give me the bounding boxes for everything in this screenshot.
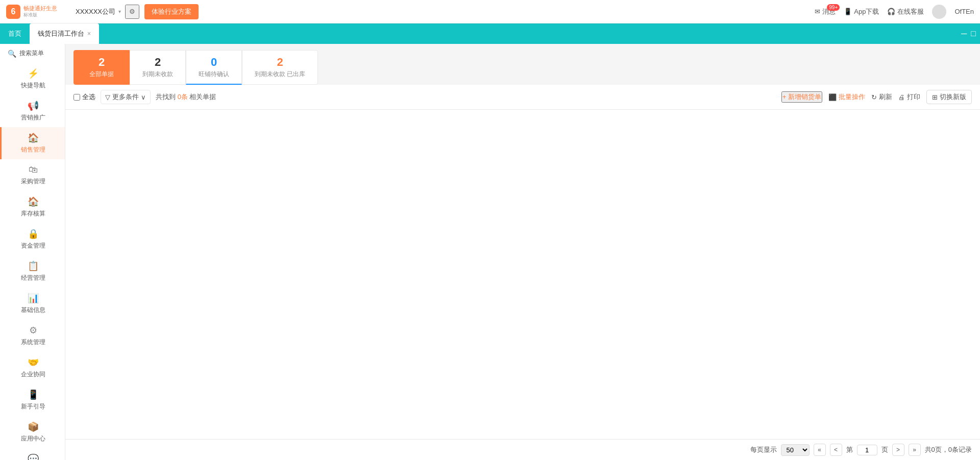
company-selector[interactable]: XXXXXX公司 ▾ bbox=[76, 7, 121, 16]
sidebar-item-sales-label: 销售管理 bbox=[21, 146, 45, 154]
total-label: 共0页，0条记录 bbox=[925, 445, 972, 454]
app-center-icon: 📦 bbox=[28, 421, 39, 432]
table-area bbox=[65, 110, 980, 439]
minimize-icon[interactable]: ─ bbox=[961, 29, 967, 38]
home-tab-label: 首页 bbox=[8, 29, 21, 38]
maximize-icon[interactable]: □ bbox=[971, 29, 976, 38]
print-button[interactable]: 🖨 打印 bbox=[898, 92, 920, 102]
sidebar-item-sales[interactable]: 🏠 销售管理 bbox=[0, 127, 65, 159]
found-count: 0条 bbox=[178, 93, 188, 101]
nav-tabs-right: ─ □ bbox=[961, 29, 980, 38]
sidebar-item-beginner-label: 新手引导 bbox=[21, 402, 45, 411]
stat-label-wangpu: 旺铺待确认 bbox=[199, 70, 229, 79]
sales-icon: 🏠 bbox=[28, 132, 39, 143]
beginner-icon: 📱 bbox=[28, 389, 39, 400]
sidebar-item-inventory-label: 库存核算 bbox=[21, 209, 45, 218]
main-layout: 🔍 搜索菜单 ⚡ 快捷导航 📢 营销推广 🏠 销售管理 🛍 采购管理 🏠 库存核… bbox=[0, 44, 980, 460]
sidebar-search[interactable]: 🔍 搜索菜单 bbox=[0, 44, 65, 63]
avatar[interactable] bbox=[932, 5, 946, 19]
batch-operation-button[interactable]: ⬛ 批量操作 bbox=[828, 92, 865, 102]
online-service-button[interactable]: 🎧 在线客服 bbox=[887, 7, 924, 16]
switch-version-button[interactable]: ⊞ 切换新版 bbox=[926, 90, 972, 104]
sidebar-item-system[interactable]: ⚙ 系统管理 bbox=[0, 320, 65, 352]
logo-icon: 6 bbox=[6, 5, 20, 19]
found-suffix: 相关单据 bbox=[189, 93, 216, 101]
print-label: 打印 bbox=[907, 92, 920, 102]
sidebar-item-beginner[interactable]: 📱 新手引导 bbox=[0, 384, 65, 416]
tab-daily-work[interactable]: 钱货日清工作台 × bbox=[30, 23, 99, 44]
system-icon: ⚙ bbox=[29, 325, 37, 336]
stat-num-overdue: 2 bbox=[142, 56, 173, 69]
chevron-down-icon: ▾ bbox=[118, 9, 121, 14]
tab-home[interactable]: 首页 bbox=[0, 23, 30, 44]
logo-text-area: 畅捷通好生意 标准版 bbox=[23, 5, 57, 18]
filter-chevron: ∨ bbox=[141, 93, 146, 101]
header-right: ✉ 消息 99+ 📱 App下载 🎧 在线客服 OfTEn bbox=[815, 5, 974, 19]
marketing-icon: 📢 bbox=[28, 100, 39, 111]
stat-tab-wangpu[interactable]: 0 旺铺待确认 bbox=[186, 50, 242, 85]
found-prefix: 共找到 bbox=[156, 93, 176, 101]
last-page-button[interactable]: » bbox=[909, 444, 921, 456]
batch-icon: ⬛ bbox=[828, 93, 837, 101]
gear-icon: ⚙ bbox=[129, 8, 135, 15]
first-page-button[interactable]: « bbox=[814, 444, 826, 456]
app-download-button[interactable]: 📱 App下载 bbox=[844, 7, 879, 16]
stat-label-all: 全部单据 bbox=[86, 70, 117, 79]
sidebar-item-marketing-label: 营销推广 bbox=[21, 113, 45, 122]
add-sale-button[interactable]: + 新增销货单 bbox=[781, 91, 822, 103]
inventory-icon: 🏠 bbox=[28, 196, 39, 207]
sidebar-item-purchase[interactable]: 🛍 采购管理 bbox=[0, 159, 65, 191]
filter-button[interactable]: ▽ 更多条件 ∨ bbox=[101, 90, 151, 104]
sidebar-item-operations[interactable]: 📋 经营管理 bbox=[0, 255, 65, 287]
stat-tab-all[interactable]: 2 全部单据 bbox=[74, 50, 130, 85]
trial-button[interactable]: 体验行业方案 bbox=[144, 4, 199, 19]
sidebar-item-quick-nav[interactable]: ⚡ 快捷导航 bbox=[0, 63, 65, 95]
sidebar-item-quick-nav-label: 快捷导航 bbox=[21, 81, 45, 90]
close-tab-icon[interactable]: × bbox=[87, 30, 91, 37]
toolbar-right: + 新增销货单 ⬛ 批量操作 ↻ 刷新 🖨 打印 ⊞ 切换新版 bbox=[781, 90, 972, 104]
sidebar-item-finance[interactable]: 🔒 资金管理 bbox=[0, 223, 65, 255]
select-all-input[interactable] bbox=[74, 94, 80, 101]
next-page-button[interactable]: > bbox=[892, 444, 904, 456]
operations-icon: 📋 bbox=[28, 260, 39, 272]
page-suffix: 页 bbox=[881, 445, 888, 454]
page-number-input[interactable] bbox=[857, 445, 877, 455]
content-area: 2 全部单据 2 到期未收款 0 旺铺待确认 2 到期未收款 已出库 全选 bbox=[65, 44, 980, 460]
prev-page-button[interactable]: < bbox=[830, 444, 842, 456]
stat-tab-overdue-unshipped[interactable]: 2 到期未收款 已出库 bbox=[242, 50, 318, 85]
refresh-label: 刷新 bbox=[879, 92, 892, 102]
sidebar-item-enterprise-coop[interactable]: 🤝 企业协同 bbox=[0, 352, 65, 384]
stat-num-wangpu: 0 bbox=[199, 56, 229, 69]
nav-tabs-bar: 首页 钱货日清工作台 × ─ □ bbox=[0, 23, 980, 44]
select-all-checkbox[interactable]: 全选 bbox=[74, 92, 95, 102]
stat-tab-overdue[interactable]: 2 到期未收款 bbox=[130, 50, 186, 85]
logo-tag: 标准版 bbox=[23, 12, 57, 18]
sidebar-item-system-label: 系统管理 bbox=[21, 338, 45, 347]
sidebar-item-basic-info[interactable]: 📊 基础信息 bbox=[0, 287, 65, 320]
top-header: 6 畅捷通好生意 标准版 XXXXXX公司 ▾ ⚙ 体验行业方案 ✉ 消息 99… bbox=[0, 0, 980, 23]
stat-label-overdue-unshipped: 到期未收款 已出库 bbox=[255, 70, 305, 79]
refresh-icon: ↻ bbox=[871, 93, 877, 101]
found-text: 共找到 0条 相关单据 bbox=[156, 92, 216, 102]
sidebar-item-marketing[interactable]: 📢 营销推广 bbox=[0, 95, 65, 127]
stats-tabs: 2 全部单据 2 到期未收款 0 旺铺待确认 2 到期未收款 已出库 bbox=[65, 44, 980, 85]
stat-label-overdue: 到期未收款 bbox=[142, 70, 173, 79]
stat-num-overdue-unshipped: 2 bbox=[255, 56, 305, 69]
message-icon: ✉ bbox=[815, 8, 820, 15]
page-label: 第 bbox=[846, 445, 853, 454]
username-area[interactable]: OfTEn bbox=[954, 8, 974, 15]
sidebar-item-enterprise-coop-label: 企业协同 bbox=[21, 370, 45, 379]
sidebar-item-inventory[interactable]: 🏠 库存核算 bbox=[0, 191, 65, 223]
switch-label: 切换新版 bbox=[940, 92, 966, 102]
toolbar-left: 全选 ▽ 更多条件 ∨ 共找到 0条 相关单据 bbox=[74, 90, 216, 104]
sidebar-item-operations-label: 经营管理 bbox=[21, 274, 45, 282]
messages-button[interactable]: ✉ 消息 99+ bbox=[815, 7, 836, 16]
enterprise-wechat-icon: 💬 bbox=[28, 453, 39, 460]
pagination-bar: 每页显示 50 100 200 « < 第 页 > » 共0页，0条记录 bbox=[65, 439, 980, 460]
per-page-select[interactable]: 50 100 200 bbox=[781, 444, 810, 456]
sidebar-item-app-center[interactable]: 📦 应用中心 bbox=[0, 416, 65, 448]
search-icon: 🔍 bbox=[8, 50, 16, 58]
refresh-button[interactable]: ↻ 刷新 bbox=[871, 92, 892, 102]
settings-button[interactable]: ⚙ bbox=[125, 5, 139, 19]
sidebar-item-enterprise-wechat[interactable]: 💬 企业微信 bbox=[0, 448, 65, 460]
